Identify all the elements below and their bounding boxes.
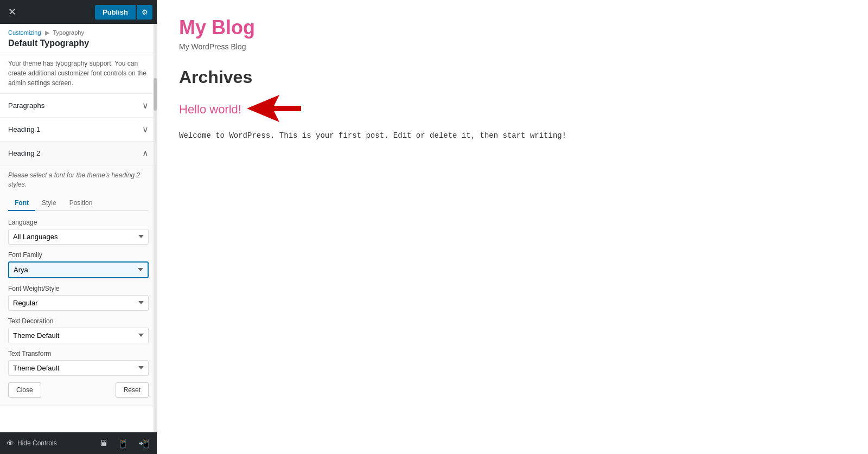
heading1-chevron-icon: ∨ [142, 124, 149, 135]
preview-pane: My Blog My WordPress Blog Archives Hello… [157, 0, 868, 454]
font-weight-field: Font Weight/Style Regular [8, 285, 149, 311]
breadcrumb-section: Customizing ▶ Typography Default Typogra… [0, 24, 157, 53]
breadcrumb-parent-link[interactable]: Customizing [8, 29, 41, 36]
footer-bar: 👁 Hide Controls 🖥 📱 📲 [0, 432, 157, 454]
language-select[interactable]: All Languages [8, 229, 149, 245]
font-weight-label: Font Weight/Style [8, 285, 149, 292]
close-button[interactable]: ✕ [4, 4, 20, 20]
accordion-actions: Close Reset [8, 382, 149, 398]
heading2-chevron-icon: ∧ [142, 148, 149, 158]
hello-world-link[interactable]: Hello world! [179, 103, 241, 117]
red-arrow-icon [247, 95, 301, 122]
blog-title: My Blog [179, 16, 846, 39]
heading2-tabs: Font Style Position [8, 196, 149, 211]
tab-style[interactable]: Style [35, 196, 63, 211]
publish-button[interactable]: Publish [95, 5, 136, 20]
font-family-field: Font Family Arya [8, 251, 149, 278]
paragraphs-accordion: Paragraphs ∨ [0, 94, 157, 118]
hide-controls-label: Hide Controls [17, 439, 57, 447]
heading2-header[interactable]: Heading 2 ∧ [0, 142, 157, 165]
text-decoration-select[interactable]: Theme Default [8, 328, 149, 343]
tab-font[interactable]: Font [8, 196, 35, 211]
view-switcher: 🖥 📱 📲 [98, 437, 150, 450]
text-transform-select[interactable]: Theme Default [8, 360, 149, 376]
font-family-select[interactable]: Arya [8, 261, 149, 278]
paragraphs-chevron-icon: ∨ [142, 100, 149, 111]
text-transform-field: Text Transform Theme Default [8, 350, 149, 376]
publish-settings-button[interactable]: ⚙ [137, 5, 152, 20]
breadcrumb-separator: ▶ [45, 29, 49, 36]
description-text: Your theme has typography support. You c… [0, 53, 157, 94]
desktop-view-button[interactable]: 🖥 [98, 437, 109, 450]
text-decoration-field: Text Decoration Theme Default [8, 317, 149, 343]
language-label: Language [8, 219, 149, 226]
language-field: Language All Languages [8, 219, 149, 245]
text-decoration-label: Text Decoration [8, 317, 149, 325]
paragraphs-header[interactable]: Paragraphs ∨ [0, 94, 157, 117]
tablet-view-button[interactable]: 📱 [117, 437, 130, 450]
breadcrumb: Customizing ▶ Typography [8, 29, 149, 36]
top-bar: ✕ Publish ⚙ [0, 0, 157, 24]
heading2-accordion: Heading 2 ∧ Please select a font for the… [0, 142, 157, 406]
customizer-panel: ✕ Publish ⚙ Customizing ▶ Typography Def… [0, 0, 157, 454]
heading1-label: Heading 1 [8, 125, 40, 133]
heading2-label: Heading 2 [8, 149, 40, 157]
close-section-button[interactable]: Close [8, 382, 41, 398]
publish-area: Publish ⚙ [95, 5, 152, 20]
font-weight-select[interactable]: Regular [8, 295, 149, 311]
font-family-label: Font Family [8, 251, 149, 259]
heading1-header[interactable]: Heading 1 ∨ [0, 118, 157, 141]
reset-button[interactable]: Reset [116, 382, 149, 398]
section-title: Default Typography [8, 39, 149, 48]
paragraphs-label: Paragraphs [8, 101, 44, 110]
hide-controls-button[interactable]: 👁 Hide Controls [7, 439, 57, 447]
hello-world-row: Hello world! [179, 95, 846, 124]
text-transform-label: Text Transform [8, 350, 149, 357]
blog-subtitle: My WordPress Blog [179, 42, 846, 51]
welcome-text: Welcome to WordPress. This is your first… [179, 130, 846, 142]
scroll-thumb [154, 78, 157, 111]
scroll-indicator [154, 24, 157, 432]
heading2-description: Please select a font for the theme's hea… [8, 171, 149, 189]
panel-scroll[interactable]: Paragraphs ∨ Heading 1 ∨ Heading 2 ∧ Ple… [0, 94, 157, 432]
svg-marker-0 [247, 95, 301, 122]
heading2-content: Please select a font for the theme's hea… [0, 165, 157, 406]
tab-position[interactable]: Position [63, 196, 99, 211]
mobile-view-button[interactable]: 📲 [137, 437, 150, 450]
eye-icon: 👁 [7, 439, 14, 447]
archives-heading: Archives [179, 67, 846, 87]
breadcrumb-current: Typography [53, 29, 84, 36]
heading1-accordion: Heading 1 ∨ [0, 118, 157, 142]
arrow-annotation [247, 95, 301, 124]
